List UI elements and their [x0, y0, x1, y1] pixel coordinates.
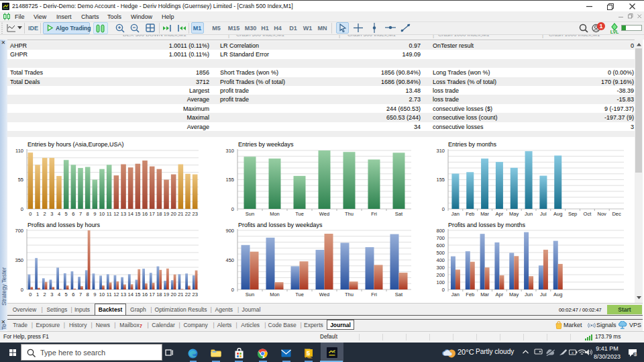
svg-text:22: 22 — [185, 291, 191, 298]
svg-text:13: 13 — [121, 211, 126, 217]
svg-text:3: 3 — [50, 211, 53, 217]
svg-text:400: 400 — [436, 257, 445, 263]
svg-text:Sun: Sun — [246, 211, 254, 217]
svg-text:20: 20 — [171, 211, 176, 217]
svg-text:5: 5 — [307, 350, 310, 357]
svg-text:Aug: Aug — [553, 211, 562, 217]
svg-text:350: 350 — [15, 257, 23, 263]
svg-text:16: 16 — [142, 211, 148, 217]
svg-text:11: 11 — [107, 211, 112, 217]
svg-text:20: 20 — [171, 291, 176, 298]
svg-text:17: 17 — [150, 211, 155, 217]
svg-text:12: 12 — [113, 291, 119, 298]
svg-text:Thu: Thu — [345, 211, 354, 217]
svg-text:13: 13 — [121, 291, 126, 298]
svg-text:0: 0 — [21, 206, 23, 212]
svg-text:7: 7 — [79, 291, 82, 298]
svg-text:800: 800 — [436, 228, 445, 234]
svg-text:Jun: Jun — [525, 211, 533, 217]
svg-text:10: 10 — [99, 291, 105, 298]
svg-text:155: 155 — [225, 177, 234, 183]
svg-text:21: 21 — [178, 211, 183, 217]
svg-text:Apr: Apr — [496, 291, 504, 298]
svg-text:Tue: Tue — [295, 211, 304, 217]
svg-text:19: 19 — [164, 211, 169, 217]
svg-text:0: 0 — [231, 206, 234, 212]
svg-text:Feb: Feb — [466, 211, 474, 217]
svg-text:LVL: LVL — [610, 30, 619, 34]
svg-text:Mar: Mar — [480, 291, 489, 298]
svg-text:4: 4 — [58, 211, 60, 217]
svg-text:9: 9 — [93, 291, 96, 298]
svg-text:Dec: Dec — [612, 211, 621, 217]
svg-text:310: 310 — [436, 148, 445, 154]
svg-text:8: 8 — [87, 211, 89, 217]
svg-text:110: 110 — [15, 148, 23, 154]
svg-text:6: 6 — [72, 211, 74, 217]
svg-text:8: 8 — [87, 291, 89, 298]
svg-text:Jun: Jun — [525, 291, 533, 298]
svg-text:0: 0 — [21, 287, 23, 293]
svg-text:18: 18 — [156, 291, 162, 298]
svg-text:Oct: Oct — [584, 211, 592, 217]
svg-text:310: 310 — [225, 148, 234, 154]
svg-text:Thu: Thu — [345, 291, 354, 298]
svg-text:Tue: Tue — [295, 291, 304, 298]
svg-text:6: 6 — [72, 291, 74, 298]
svg-text:5: 5 — [65, 291, 68, 298]
svg-text:1: 1 — [36, 211, 39, 217]
svg-text:4: 4 — [58, 291, 60, 298]
svg-text:900: 900 — [225, 228, 234, 234]
svg-text:10: 10 — [99, 211, 105, 217]
svg-text:Fri: Fri — [371, 211, 377, 217]
svg-text:16: 16 — [142, 291, 148, 298]
svg-text:2: 2 — [44, 211, 46, 217]
svg-text:200: 200 — [436, 272, 445, 278]
svg-text:Apr: Apr — [496, 211, 504, 217]
svg-text:55: 55 — [18, 177, 23, 183]
svg-text:11: 11 — [107, 291, 112, 298]
svg-text:Mon: Mon — [270, 291, 280, 298]
svg-text:Jan: Jan — [451, 291, 460, 298]
svg-text:Sat: Sat — [395, 211, 403, 217]
svg-text:100: 100 — [436, 279, 445, 285]
svg-text:0: 0 — [442, 287, 445, 293]
svg-text:23: 23 — [193, 291, 198, 298]
svg-text:15: 15 — [135, 211, 140, 217]
svg-text:3: 3 — [634, 352, 637, 357]
svg-text:5: 5 — [65, 211, 68, 217]
svg-text:Mon: Mon — [270, 211, 280, 217]
svg-text:12: 12 — [113, 211, 119, 217]
svg-text:May: May — [509, 291, 519, 298]
svg-text:Sun: Sun — [246, 291, 254, 298]
svg-text:14: 14 — [128, 291, 133, 298]
svg-text:Wed: Wed — [319, 291, 329, 298]
svg-text:17: 17 — [150, 291, 155, 298]
svg-text:Aug: Aug — [553, 291, 562, 298]
svg-text:700: 700 — [436, 235, 445, 241]
svg-text:Nov: Nov — [598, 211, 607, 217]
svg-text:22: 22 — [185, 211, 191, 217]
svg-text:18: 18 — [156, 211, 162, 217]
svg-text:Sat: Sat — [395, 291, 403, 298]
svg-text:0: 0 — [442, 206, 445, 212]
svg-text:600: 600 — [436, 242, 445, 248]
svg-text:700: 700 — [15, 228, 23, 234]
svg-text:Sep: Sep — [568, 211, 577, 217]
svg-text:300: 300 — [436, 265, 445, 271]
svg-text:Wed: Wed — [319, 211, 329, 217]
svg-text:1: 1 — [36, 291, 39, 298]
svg-text:0: 0 — [29, 291, 32, 298]
svg-text:Fri: Fri — [371, 291, 377, 298]
svg-text:May: May — [509, 211, 519, 217]
svg-text:3: 3 — [50, 291, 53, 298]
svg-text:Feb: Feb — [466, 291, 474, 298]
svg-text:155: 155 — [436, 177, 445, 183]
svg-text:Mar: Mar — [480, 211, 489, 217]
svg-text:15: 15 — [135, 291, 140, 298]
svg-text:19: 19 — [164, 291, 169, 298]
svg-text:450: 450 — [225, 257, 234, 263]
svg-text:Jul: Jul — [540, 291, 547, 298]
svg-text:7: 7 — [79, 211, 82, 217]
svg-text:0: 0 — [231, 287, 234, 293]
